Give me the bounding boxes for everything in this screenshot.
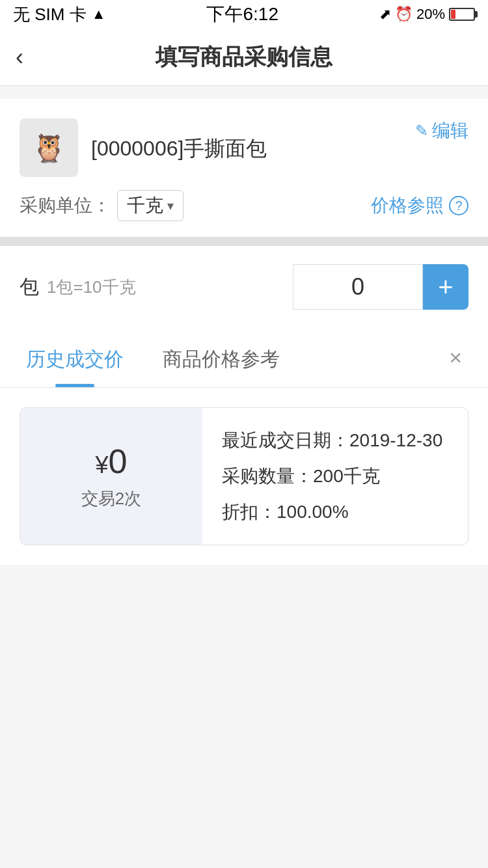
tabs-list: 历史成交价 商品价格参考 — [20, 328, 286, 387]
transaction-details: 最近成交日期：2019-12-30 采购数量：200千克 折扣：100.00% — [202, 408, 468, 545]
status-left: 无 SIM 卡 ▲ — [13, 3, 105, 26]
tab-history-label: 历史成交价 — [26, 348, 124, 370]
currency-symbol: ¥ — [96, 452, 109, 478]
status-right: ⬈ ⏰ 20% — [379, 6, 475, 23]
price-display: ¥0 — [96, 442, 128, 481]
recent-date-row: 最近成交日期：2019-12-30 — [222, 427, 448, 453]
status-time: 下午6:12 — [206, 2, 278, 27]
plus-icon: + — [438, 274, 453, 300]
edit-icon: ✎ — [415, 122, 428, 140]
quantity-detail-value: 200千克 — [313, 466, 380, 486]
wifi-icon: ▲ — [92, 6, 106, 23]
quantity-row: 包 1包=10千克 + — [0, 246, 488, 328]
bottom-panel: 历史成交价 商品价格参考 × ¥0 交易2次 最近成交日期：2019-12-30… — [0, 328, 488, 565]
product-thumbnail: 🦉 — [20, 118, 78, 177]
product-left: 🦉 [0000006]手撕面包 — [20, 118, 267, 177]
page-title: 填写商品采购信息 — [156, 42, 332, 72]
chevron-down-icon: ▾ — [167, 198, 174, 213]
unit-equiv: 1包=10千克 — [47, 276, 136, 299]
price-value: 0 — [109, 442, 128, 480]
help-icon: ? — [449, 196, 468, 215]
transaction-card: ¥0 交易2次 最近成交日期：2019-12-30 采购数量：200千克 折扣：… — [20, 407, 468, 545]
unit-info: 包 1包=10千克 — [20, 274, 136, 301]
unit-value: 千克 — [127, 193, 163, 218]
recent-date-label: 最近成交日期： — [222, 430, 349, 450]
product-card: 🦉 [0000006]手撕面包 ✎ 编辑 采购单位： 千克 ▾ 价格参照 ? — [0, 99, 488, 237]
quantity-input[interactable] — [293, 264, 423, 310]
status-bar: 无 SIM 卡 ▲ 下午6:12 ⬈ ⏰ 20% — [0, 0, 488, 29]
discount-label: 折扣： — [222, 502, 277, 522]
unit-selector-group: 采购单位： 千克 ▾ — [20, 190, 183, 221]
edit-label: 编辑 — [432, 118, 468, 143]
quantity-detail-row: 采购数量：200千克 — [222, 463, 448, 489]
section-divider — [0, 237, 488, 246]
battery-icon — [449, 8, 475, 21]
quantity-plus-button[interactable]: + — [423, 264, 468, 310]
tabs-bar: 历史成交价 商品价格参考 × — [0, 328, 488, 388]
close-panel-button[interactable]: × — [442, 338, 468, 377]
quantity-detail-label: 采购数量： — [222, 466, 313, 486]
unit-label: 采购单位： — [20, 193, 111, 218]
product-name: [0000006]手撕面包 — [91, 135, 267, 163]
nav-bar: ‹ 填写商品采购信息 — [0, 29, 488, 86]
location-icon: ⬈ — [379, 6, 391, 23]
product-header: 🦉 [0000006]手撕面包 ✎ 编辑 — [20, 118, 468, 177]
price-reference-button[interactable]: 价格参照 ? — [371, 193, 468, 218]
unit-name: 包 — [20, 274, 39, 301]
price-ref-label: 价格参照 — [371, 193, 444, 218]
discount-row: 折扣：100.00% — [222, 499, 448, 524]
unit-select-dropdown[interactable]: 千克 ▾ — [117, 190, 183, 221]
recent-date-value: 2019-12-30 — [349, 430, 442, 450]
transaction-section: ¥0 交易2次 最近成交日期：2019-12-30 采购数量：200千克 折扣：… — [0, 388, 488, 565]
discount-value: 100.00% — [277, 502, 349, 522]
trade-count: 交易2次 — [81, 487, 141, 510]
tab-product-price-ref[interactable]: 商品价格参考 — [156, 328, 286, 387]
quantity-control: + — [293, 264, 468, 310]
transaction-price-panel: ¥0 交易2次 — [20, 408, 202, 545]
battery-percent: 20% — [416, 6, 445, 23]
back-button[interactable]: ‹ — [16, 44, 23, 71]
tab-history-price[interactable]: 历史成交价 — [20, 328, 130, 387]
carrier-text: 无 SIM 卡 — [13, 3, 87, 26]
product-logo-icon: 🦉 — [32, 132, 66, 164]
tab-product-label: 商品价格参考 — [163, 348, 280, 370]
empty-content-space — [0, 565, 488, 825]
product-unit-row: 采购单位： 千克 ▾ 价格参照 ? — [20, 190, 468, 221]
edit-button[interactable]: ✎ 编辑 — [415, 118, 468, 143]
alarm-icon: ⏰ — [395, 6, 413, 23]
